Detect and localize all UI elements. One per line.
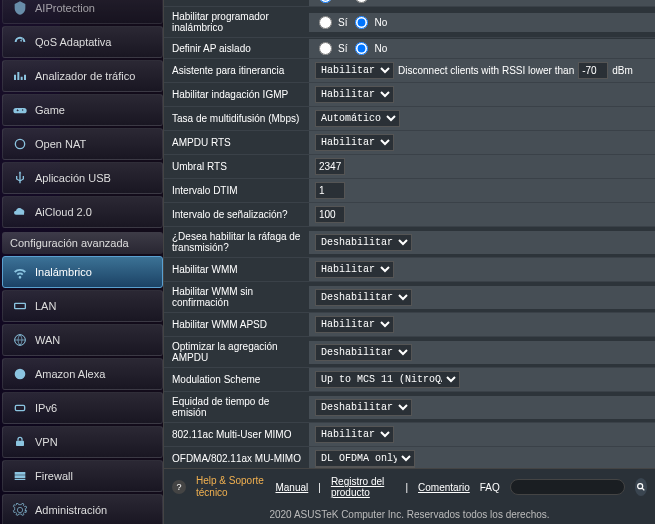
- faq-label: FAQ: [480, 482, 500, 493]
- comment-link[interactable]: Comentario: [418, 482, 470, 493]
- radio-si[interactable]: [319, 42, 332, 55]
- sidebar-item-admin[interactable]: Administración: [2, 494, 163, 524]
- sidebar-item-label: Administración: [35, 504, 107, 516]
- wmm-apsd-select[interactable]: Habilitar: [315, 316, 394, 333]
- sidebar-item-aiprotection[interactable]: AIProtection: [2, 0, 163, 24]
- sidebar-item-ipv6[interactable]: IPv6: [2, 392, 163, 424]
- field-label: Intervalo de señalización?: [164, 205, 309, 224]
- sidebar-item-qos[interactable]: QoS Adaptativa: [2, 26, 163, 58]
- svg-rect-1: [15, 303, 26, 308]
- svg-point-3: [15, 369, 26, 380]
- field-label: ¿Desea habilitar la ráfaga de transmisió…: [164, 227, 309, 257]
- register-link[interactable]: Registro del producto: [331, 476, 396, 498]
- sidebar-item-label: Game: [35, 104, 65, 116]
- roaming-select[interactable]: Habilitar: [315, 62, 394, 79]
- sidebar-item-label: QoS Adaptativa: [35, 36, 111, 48]
- sidebar-item-firewall[interactable]: Firewall: [2, 460, 163, 492]
- ampdu-select[interactable]: Habilitar: [315, 134, 394, 151]
- sidebar-item-usb[interactable]: Aplicación USB: [2, 162, 163, 194]
- txburst-select[interactable]: Deshabilitar: [315, 234, 412, 251]
- igmp-select[interactable]: Habilitar: [315, 86, 394, 103]
- wmm-noack-select[interactable]: Deshabilitar: [315, 289, 412, 306]
- field-label: 802.11ac Multi-User MIMO: [164, 425, 309, 444]
- ampdu-opt-select[interactable]: Deshabilitar: [315, 344, 412, 361]
- ofdma-options: Deshabilitar DL OFDMA only DL/UL OFDMA D…: [315, 467, 415, 468]
- gear-icon: [11, 501, 29, 519]
- rssi-value[interactable]: [578, 62, 608, 79]
- multicast-select[interactable]: Automático: [315, 110, 400, 127]
- unit-label: dBm: [612, 65, 633, 76]
- radio-no[interactable]: [355, 0, 368, 3]
- sidebar-item-label: Open NAT: [35, 138, 86, 150]
- wmm-select[interactable]: Habilitar: [315, 261, 394, 278]
- field-label: Habilitar WMM APSD: [164, 315, 309, 334]
- sidebar-item-vpn[interactable]: VPN: [2, 426, 163, 458]
- field-label: Equidad de tiempo de emisión: [164, 392, 309, 422]
- beacon-value[interactable]: [315, 206, 345, 223]
- sidebar-item-aicloud[interactable]: AiCloud 2.0: [2, 196, 163, 228]
- field-label: Umbral RTS: [164, 157, 309, 176]
- vpn-icon: [11, 433, 29, 451]
- sidebar-item-label: VPN: [35, 436, 58, 448]
- sidebar-item-label: LAN: [35, 300, 56, 312]
- field-label: AMPDU RTS: [164, 133, 309, 152]
- nat-icon: [11, 135, 29, 153]
- sidebar-item-label: Analizador de tráfico: [35, 70, 135, 82]
- sidebar-item-label: Firewall: [35, 470, 73, 482]
- sidebar-item-label: AiCloud 2.0: [35, 206, 92, 218]
- field-label: Definir AP aislado: [164, 39, 309, 58]
- ipv6-icon: [11, 399, 29, 417]
- sidebar-item-traffic[interactable]: Analizador de tráfico: [2, 60, 163, 92]
- field-label: Optimizar la agregación AMPDU: [164, 337, 309, 367]
- search-button[interactable]: [635, 478, 647, 496]
- search-input[interactable]: [510, 479, 625, 495]
- radio-no[interactable]: [355, 16, 368, 29]
- alexa-icon: [11, 365, 29, 383]
- help-icon[interactable]: ?: [172, 480, 186, 494]
- usb-icon: [11, 169, 29, 187]
- help-support-link[interactable]: Help & Soporte técnico: [196, 475, 265, 499]
- field-label: Modulation Scheme: [164, 370, 309, 389]
- shield-icon: [11, 0, 29, 17]
- settings-form: Habilitar radioSíNo Habilitar programado…: [164, 0, 655, 468]
- sidebar-item-wan[interactable]: WAN: [2, 324, 163, 356]
- sidebar-item-wireless[interactable]: Inalámbrico: [2, 256, 163, 288]
- field-label: Intervalo DTIM: [164, 181, 309, 200]
- cloud-icon: [11, 203, 29, 221]
- dtim-value[interactable]: [315, 182, 345, 199]
- radio-no[interactable]: [355, 42, 368, 55]
- ofdma-select[interactable]: DL OFDMA only: [315, 450, 415, 467]
- wifi-icon: [11, 263, 29, 281]
- rssi-text: Disconnect clients with RSSI lower than: [398, 65, 574, 76]
- modulation-select[interactable]: Up to MCS 11 (NitroQAM/1024-QAM): [315, 371, 460, 388]
- gamepad-icon: [11, 101, 29, 119]
- sidebar-item-alexa[interactable]: Amazon Alexa: [2, 358, 163, 390]
- radio-si[interactable]: [319, 16, 332, 29]
- sidebar-item-label: AIProtection: [35, 2, 95, 14]
- field-label: Habilitar indagación IGMP: [164, 85, 309, 104]
- airtime-select[interactable]: Deshabilitar: [315, 399, 412, 416]
- field-label: Tasa de multidifusión (Mbps): [164, 109, 309, 128]
- mumimo-select[interactable]: Habilitar: [315, 426, 394, 443]
- sidebar-item-label: Amazon Alexa: [35, 368, 105, 380]
- rts-threshold[interactable]: [315, 158, 345, 175]
- chart-icon: [11, 67, 29, 85]
- sidebar: AIProtection QoS Adaptativa Analizador d…: [0, 0, 163, 524]
- field-label: OFDMA/802.11ax MU-MIMO: [164, 449, 309, 468]
- field-label: Habilitar programador inalámbrico: [164, 7, 309, 37]
- copyright-text: 2020 ASUSTeK Computer Inc. Reservados to…: [164, 505, 655, 524]
- sidebar-item-game[interactable]: Game: [2, 94, 163, 126]
- field-label: Habilitar WMM sin confirmación: [164, 282, 309, 312]
- sidebar-item-label: Aplicación USB: [35, 172, 111, 184]
- svg-point-0: [15, 139, 24, 148]
- sidebar-item-lan[interactable]: LAN: [2, 290, 163, 322]
- gauge-icon: [11, 33, 29, 51]
- firewall-icon: [11, 467, 29, 485]
- globe-icon: [11, 331, 29, 349]
- sidebar-item-label: WAN: [35, 334, 60, 346]
- manual-link[interactable]: Manual: [275, 482, 308, 493]
- radio-si[interactable]: [319, 0, 332, 3]
- sidebar-advanced-header: Configuración avanzada: [2, 232, 163, 254]
- sidebar-item-opennat[interactable]: Open NAT: [2, 128, 163, 160]
- field-label: Asistente para itinerancia: [164, 61, 309, 80]
